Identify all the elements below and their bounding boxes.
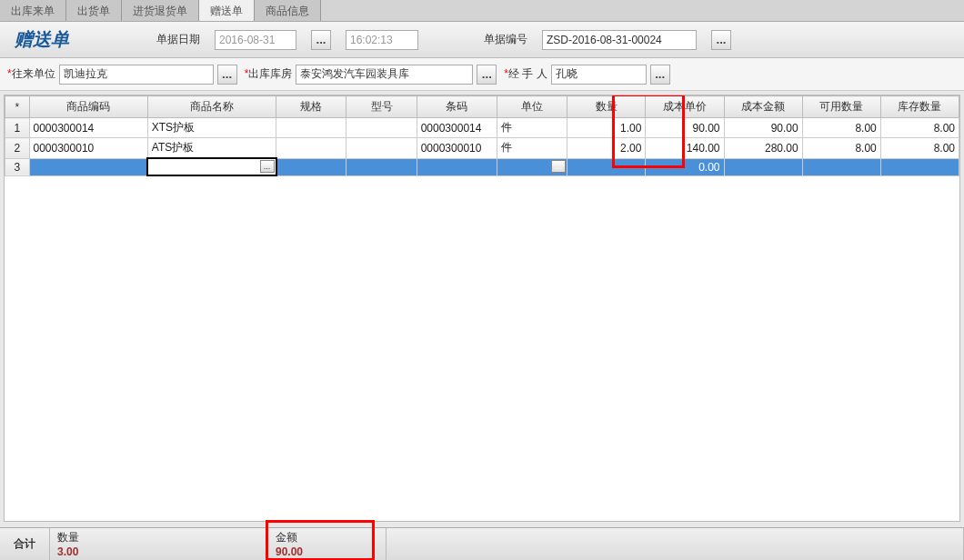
cell-name[interactable]: XTS护板 xyxy=(147,118,276,138)
col-seq[interactable]: * xyxy=(5,96,30,118)
cell-cost-amount[interactable]: 280.00 xyxy=(724,138,802,159)
cell-unit-lookup-button[interactable]: ... xyxy=(551,160,566,173)
cell-avail-qty[interactable] xyxy=(802,158,880,175)
docno-input[interactable] xyxy=(542,30,697,50)
cell-model[interactable] xyxy=(346,158,417,175)
col-code[interactable]: 商品编码 xyxy=(29,96,147,118)
header-bar: 赠送单 单据日期 ... 单据编号 ... xyxy=(0,22,964,58)
cell-code[interactable]: 0000300010 xyxy=(29,138,147,159)
cell-model[interactable] xyxy=(346,138,417,159)
cell-qty[interactable] xyxy=(567,158,646,175)
cell-barcode[interactable]: 0000300010 xyxy=(417,138,497,159)
tab-3[interactable]: 赠送单 xyxy=(199,0,255,21)
unit-picker-button[interactable]: ... xyxy=(217,65,237,85)
col-model[interactable]: 型号 xyxy=(346,96,417,118)
cell-qty[interactable]: 1.00 xyxy=(567,118,646,138)
footer-amount-value: 90.00 xyxy=(276,545,303,558)
col-qty[interactable]: 数量 xyxy=(567,96,646,118)
warehouse-label: *出库库房 xyxy=(245,66,293,82)
top-tab-bar: 出库来单 出货单 进货退货单 赠送单 商品信息 xyxy=(0,0,964,22)
cell-cost-amount[interactable]: 90.00 xyxy=(724,118,802,138)
cell-barcode[interactable] xyxy=(417,158,497,175)
cell-unit[interactable]: 件 xyxy=(497,118,567,138)
cell-code[interactable]: 0000300014 xyxy=(29,118,147,138)
footer-spacer xyxy=(387,528,964,560)
docno-label: 单据编号 xyxy=(484,32,527,47)
col-cost-price[interactable]: 成本单价 xyxy=(646,96,724,118)
table-row[interactable]: 1 0000300014 XTS护板 0000300014 件 1.00 90.… xyxy=(5,118,959,138)
filter-bar: *往来单位 ... *出库库房 ... *经 手 人 ... xyxy=(0,58,964,91)
footer-qty-label: 数量 xyxy=(57,530,260,545)
warehouse-picker-button[interactable]: ... xyxy=(477,65,497,85)
cell-cost-amount[interactable] xyxy=(724,158,802,175)
cell-model[interactable] xyxy=(346,118,417,138)
data-table[interactable]: * 商品编码 商品名称 规格 型号 条码 单位 数量 成本单价 成本金额 可用数… xyxy=(5,95,959,176)
cell-stock-qty[interactable] xyxy=(880,158,959,175)
time-input[interactable] xyxy=(346,30,418,50)
footer-bar: 合计 数量 3.00 金额 90.00 xyxy=(0,527,964,560)
handler-picker-button[interactable]: ... xyxy=(650,65,670,85)
cell-cost-price[interactable]: 90.00 xyxy=(646,118,724,138)
cell-code[interactable] xyxy=(29,158,147,175)
cell-unit[interactable]: 件 xyxy=(497,138,567,159)
footer-amount-label: 金额 xyxy=(276,530,378,545)
tab-4[interactable]: 商品信息 xyxy=(255,0,321,21)
cell-qty[interactable]: 2.00 xyxy=(567,138,646,159)
tab-2[interactable]: 进货退货单 xyxy=(122,0,199,21)
cell-unit[interactable]: ... xyxy=(497,158,567,175)
handler-input[interactable] xyxy=(551,65,647,85)
cell-cost-price[interactable]: 0.00 xyxy=(646,158,724,175)
table-row[interactable]: 2 0000300010 ATS护板 0000300010 件 2.00 140… xyxy=(5,138,959,159)
col-barcode[interactable]: 条码 xyxy=(417,96,497,118)
data-table-container: * 商品编码 商品名称 规格 型号 条码 单位 数量 成本单价 成本金额 可用数… xyxy=(4,95,960,522)
unit-label: *往来单位 xyxy=(7,66,55,82)
cell-stock-qty[interactable]: 8.00 xyxy=(880,138,959,159)
cell-seq: 1 xyxy=(5,118,30,138)
cell-avail-qty[interactable]: 8.00 xyxy=(802,118,880,138)
handler-label: *经 手 人 xyxy=(504,66,547,82)
date-label: 单据日期 xyxy=(156,32,200,47)
cell-spec[interactable] xyxy=(276,118,346,138)
tab-0[interactable]: 出库来单 xyxy=(0,0,66,21)
cell-spec[interactable] xyxy=(276,138,346,159)
docno-picker-button[interactable]: ... xyxy=(711,30,731,50)
footer-total-label: 合计 xyxy=(0,528,50,560)
footer-qty-value: 3.00 xyxy=(57,545,78,558)
tab-1[interactable]: 出货单 xyxy=(66,0,122,21)
cell-cost-price[interactable]: 140.00 xyxy=(646,138,724,159)
page-title: 赠送单 xyxy=(15,27,69,52)
cell-name[interactable]: ATS护板 xyxy=(147,138,276,159)
cell-avail-qty[interactable]: 8.00 xyxy=(802,138,880,159)
col-cost-amount[interactable]: 成本金额 xyxy=(724,96,802,118)
date-input[interactable] xyxy=(215,30,296,50)
cell-seq: 2 xyxy=(5,138,30,159)
warehouse-input[interactable] xyxy=(296,65,473,85)
col-avail-qty[interactable]: 可用数量 xyxy=(802,96,880,118)
cell-stock-qty[interactable]: 8.00 xyxy=(880,118,959,138)
footer-qty-cell: 数量 3.00 xyxy=(50,528,268,560)
cell-barcode[interactable]: 0000300014 xyxy=(417,118,497,138)
date-picker-button[interactable]: ... xyxy=(311,30,331,50)
cell-name-lookup-button[interactable]: ... xyxy=(260,160,275,173)
col-name[interactable]: 商品名称 xyxy=(147,96,276,118)
cell-name-editing[interactable]: ... xyxy=(147,158,276,175)
cell-seq: 3 xyxy=(5,158,30,175)
unit-input[interactable] xyxy=(59,65,214,85)
footer-amount-cell: 金额 90.00 xyxy=(268,528,387,560)
table-row-active[interactable]: 3 ... ... 0.00 xyxy=(5,158,959,175)
col-spec[interactable]: 规格 xyxy=(276,96,346,118)
cell-spec[interactable] xyxy=(276,158,346,175)
col-stock-qty[interactable]: 库存数量 xyxy=(880,96,959,118)
table-header-row: * 商品编码 商品名称 规格 型号 条码 单位 数量 成本单价 成本金额 可用数… xyxy=(5,96,959,118)
col-unit[interactable]: 单位 xyxy=(497,96,567,118)
